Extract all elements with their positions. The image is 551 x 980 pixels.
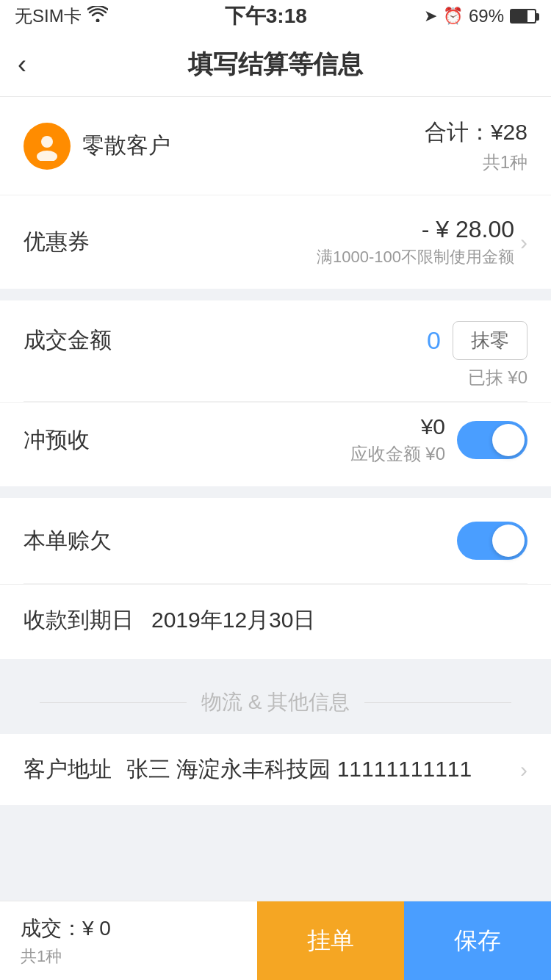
debit-card: 本单赊欠 收款到期日 2019年12月30日: [0, 498, 551, 659]
coupon-chevron-icon: ›: [520, 230, 527, 255]
page-title: 填写结算等信息: [188, 48, 363, 82]
prepay-toggle[interactable]: [457, 421, 527, 459]
battery-text: 69%: [469, 6, 504, 26]
deal-label: 成交金额: [24, 325, 112, 356]
deal-card: 成交金额 0 抹零 已抹 ¥0 冲预收 ¥0 应收金额 ¥0: [0, 300, 551, 486]
debit-toggle-knob: [492, 525, 525, 557]
location-icon: ➤: [424, 7, 437, 26]
carrier-text: 无SIM卡: [15, 4, 82, 28]
deal-row: 成交金额 0 抹零: [0, 300, 551, 366]
debit-label: 本单赊欠: [24, 526, 112, 556]
customer-total: 合计：¥28 共1种: [425, 118, 527, 174]
bottom-summary: 成交：¥ 0 共1种: [0, 901, 257, 980]
alarm-icon: ⏰: [443, 7, 463, 26]
logistics-line-right: [364, 702, 511, 703]
due-date-value[interactable]: 2019年12月30日: [151, 605, 315, 635]
bottom-bar: 成交：¥ 0 共1种 挂单 保存: [0, 901, 551, 980]
debit-row: 本单赊欠: [0, 498, 551, 583]
time-display: 下午3:18: [225, 2, 307, 30]
nav-bar: ‹ 填写结算等信息: [0, 32, 551, 97]
logistics-label: 物流 & 其他信息: [0, 688, 551, 716]
deal-value: 0: [427, 326, 441, 355]
status-left: 无SIM卡: [15, 4, 108, 28]
status-bar: 无SIM卡 下午3:18 ➤ ⏰ 69%: [0, 0, 551, 32]
total-amount: 合计：¥28: [425, 118, 527, 148]
customer-row: 零散客户 合计：¥28 共1种: [0, 97, 551, 195]
coupon-amount: - ¥ 28.00: [317, 216, 514, 243]
status-right: ➤ ⏰ 69%: [424, 6, 536, 26]
prepay-row: 冲预收 ¥0 应收金额 ¥0: [0, 402, 551, 486]
prepay-sub: 应收金额 ¥0: [350, 442, 445, 466]
debit-toggle[interactable]: [457, 522, 527, 560]
address-label: 客户地址: [24, 754, 112, 785]
prepay-label: 冲预收: [24, 425, 90, 455]
customer-avatar: [24, 123, 71, 170]
wifi-icon: [87, 6, 108, 26]
deal-sub: 已抹 ¥0: [0, 366, 551, 401]
save-button[interactable]: 保存: [404, 901, 551, 980]
logistics-section: 物流 & 其他信息: [0, 671, 551, 734]
bottom-count: 共1种: [21, 945, 237, 968]
bottom-deal-row: 成交：¥ 0: [21, 915, 237, 943]
due-label: 收款到期日: [24, 605, 134, 635]
logistics-line-left: [40, 702, 187, 703]
due-date-row: 收款到期日 2019年12月30日: [0, 584, 551, 659]
coupon-label: 优惠券: [24, 227, 90, 257]
total-count: 共1种: [425, 151, 527, 174]
back-button[interactable]: ‹: [18, 49, 26, 80]
address-value: 张三 海淀永丰科技园 11111111111: [126, 754, 520, 785]
address-chevron-icon: ›: [520, 757, 527, 782]
svg-point-0: [41, 136, 53, 148]
prepay-amount: ¥0: [350, 414, 445, 439]
bottom-deal-label: 成交：: [21, 917, 82, 940]
address-card: 客户地址 张三 海淀永丰科技园 11111111111 ›: [0, 734, 551, 805]
deal-right: 0 抹零: [427, 321, 527, 360]
prepay-values: ¥0 应收金额 ¥0: [350, 414, 445, 466]
save-button-label: 保存: [454, 925, 501, 957]
coupon-desc: 满1000-100不限制使用金额: [317, 246, 514, 268]
svg-point-1: [37, 151, 57, 161]
customer-name: 零散客户: [82, 131, 170, 161]
prepay-right: ¥0 应收金额 ¥0: [350, 414, 527, 466]
logistics-text: 物流 & 其他信息: [201, 688, 350, 716]
round-button[interactable]: 抹零: [453, 321, 527, 360]
coupon-values: - ¥ 28.00 满1000-100不限制使用金额: [317, 216, 514, 268]
main-content: 零散客户 合计：¥28 共1种 优惠券 - ¥ 28.00 满1000-100不…: [0, 97, 551, 893]
battery-icon: [510, 9, 536, 24]
coupon-row[interactable]: 优惠券 - ¥ 28.00 满1000-100不限制使用金额 ›: [0, 195, 551, 289]
toggle-knob: [492, 424, 525, 456]
hang-button-label: 挂单: [307, 925, 354, 957]
customer-info: 零散客户: [24, 123, 170, 170]
address-row[interactable]: 客户地址 张三 海淀永丰科技园 11111111111 ›: [0, 734, 551, 805]
coupon-right: - ¥ 28.00 满1000-100不限制使用金额 ›: [317, 216, 527, 268]
bottom-deal-value: ¥ 0: [82, 917, 111, 940]
customer-card: 零散客户 合计：¥28 共1种 优惠券 - ¥ 28.00 满1000-100不…: [0, 97, 551, 289]
hang-button[interactable]: 挂单: [257, 901, 404, 980]
